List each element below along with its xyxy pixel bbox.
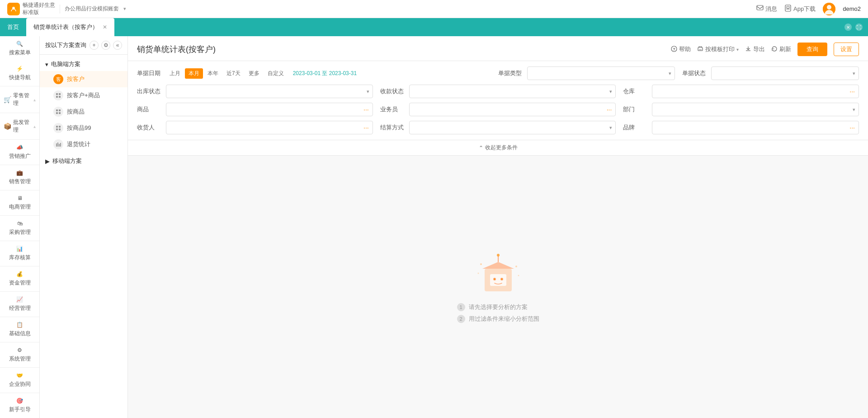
sidebar-item-inventory[interactable]: 📊 库存核算 (0, 241, 39, 266)
message-icon (756, 5, 764, 13)
department-field: 部门 ▾ (623, 103, 859, 116)
scheme-item-by-customer[interactable]: 客 按客户 (40, 71, 127, 87)
avatar[interactable] (823, 3, 835, 15)
sidebar: 🔍 搜索菜单 ⚡ 快捷导航 🛒 零售管理 ▴ 📦 批发管理 ▴ 📣 营销推广 💼… (0, 36, 40, 418)
doc-status-label: 单据状态 (682, 69, 708, 77)
svg-point-5 (788, 9, 788, 10)
date-tab-prev-month[interactable]: 上月 (166, 68, 184, 79)
date-tab-more[interactable]: 更多 (245, 68, 263, 79)
product-dots-icon[interactable]: ··· (363, 106, 369, 113)
breadcrumb-dropdown-icon[interactable]: ▾ (123, 6, 126, 12)
tip-number-1: 1 (457, 303, 465, 311)
sidebar-item-wholesale[interactable]: 📦 批发管理 ▴ (0, 113, 39, 140)
warehouse-dots-icon[interactable]: ··· (849, 88, 855, 95)
product-field: 商品 ··· (137, 103, 373, 116)
svg-rect-15 (56, 112, 58, 114)
sidebar-item-search-menu[interactable]: 🔍 搜索菜单 (0, 36, 39, 61)
date-tab-7-days[interactable]: 近7天 (223, 68, 244, 79)
help-icon: ? (671, 46, 677, 53)
settlement-select[interactable] (409, 121, 616, 134)
collect-status-select[interactable] (409, 85, 616, 98)
scheme-icon-by-customer: 客 (53, 74, 63, 84)
marketing-icon: 📣 (16, 144, 23, 151)
tab-close-icon[interactable]: ✕ (103, 24, 107, 30)
window-maximize-button[interactable]: ⛶ (855, 24, 863, 31)
salesperson-input[interactable] (413, 103, 607, 116)
date-tab-custom[interactable]: 自定义 (264, 68, 288, 79)
brand-dots-icon[interactable]: ··· (849, 124, 855, 131)
header-divider (60, 5, 60, 14)
brand-input[interactable] (656, 121, 849, 134)
recipient-dots-icon[interactable]: ··· (363, 124, 369, 131)
sidebar-item-sales[interactable]: 💼 销售管理 (0, 165, 39, 190)
date-tab-current-year[interactable]: 本年 (204, 68, 222, 79)
doc-status-select[interactable] (711, 66, 859, 80)
doc-status-field: 单据状态 ▾ (682, 66, 859, 80)
svg-rect-23 (59, 144, 60, 147)
tab-home[interactable]: 首页 (0, 18, 26, 36)
tip-text-1: 请先选择要分析的方案 (469, 303, 528, 311)
sidebar-item-basic-info[interactable]: 📋 基础信息 (0, 317, 39, 342)
scheme-item-by-product-99[interactable]: 按商品99 (40, 120, 127, 136)
warehouse-input-wrap: ··· (652, 85, 859, 98)
settings-button[interactable]: 设置 (834, 43, 859, 56)
warehouse-input[interactable] (656, 85, 849, 98)
tab-sales-stats[interactable]: 销货单统计表（按客户） ✕ (26, 18, 114, 36)
wholesale-icon: 📦 (4, 123, 11, 130)
sidebar-item-new-guide[interactable]: 🎯 新手引导 (0, 393, 39, 418)
refresh-button[interactable]: 刷新 (771, 45, 791, 53)
doc-type-select[interactable] (527, 66, 675, 80)
sidebar-item-marketing[interactable]: 📣 营销推广 (0, 140, 39, 165)
query-button[interactable]: 查询 (797, 43, 827, 56)
sidebar-item-quick-nav[interactable]: ⚡ 快捷导航 (0, 61, 39, 86)
svg-rect-14 (59, 109, 61, 111)
left-panel: 按以下方案查询 + ⚙ « ▾ 电脑端方案 客 按客户 (40, 36, 128, 418)
desktop-group-title[interactable]: ▾ 电脑端方案 (40, 57, 127, 71)
help-button[interactable]: ? 帮助 (671, 45, 691, 53)
basic-info-icon: 📋 (16, 322, 23, 328)
svg-point-6 (789, 9, 790, 10)
search-menu-label: 搜索菜单 (9, 49, 31, 57)
empty-tip-2: 2 用过滤条件来缩小分析范围 (457, 315, 539, 323)
sidebar-item-ecommerce[interactable]: 🖥 电商管理 (0, 190, 39, 216)
svg-rect-18 (59, 126, 61, 128)
scheme-item-customer-product[interactable]: 按客户+商品 (40, 87, 127, 104)
collapse-bar[interactable]: ⌃ 收起更多条件 (128, 140, 868, 156)
sidebar-item-enterprise-coop[interactable]: 🤝 企业协同 (0, 368, 39, 393)
department-select[interactable] (652, 103, 859, 116)
add-scheme-button[interactable]: + (90, 41, 99, 50)
new-guide-icon: 🎯 (16, 398, 23, 404)
message-action[interactable]: 消息 (756, 5, 777, 13)
sidebar-item-finance[interactable]: 💰 资金管理 (0, 266, 39, 292)
recipient-input-wrap: ··· (166, 121, 373, 134)
sidebar-item-purchase[interactable]: 🛍 采购管理 (0, 216, 39, 241)
logo-icon (7, 3, 20, 15)
sidebar-item-system[interactable]: ⚙ 系统管理 (0, 342, 39, 368)
doc-status-select-wrap: ▾ (711, 66, 859, 80)
scheme-icon-return-stats (53, 139, 63, 149)
desktop-scheme-group: ▾ 电脑端方案 客 按客户 (40, 57, 127, 152)
empty-tip-1: 1 请先选择要分析的方案 (457, 303, 539, 311)
collapse-panel-button[interactable]: « (113, 41, 122, 50)
sidebar-item-operations[interactable]: 📈 经营管理 (0, 292, 39, 317)
salesperson-dots-icon[interactable]: ··· (607, 106, 612, 113)
settings-scheme-button[interactable]: ⚙ (101, 41, 110, 50)
svg-point-4 (787, 9, 788, 10)
print-button[interactable]: 按模板打印 ▾ (697, 45, 739, 53)
app-download-action[interactable]: App下载 (784, 5, 816, 13)
svg-rect-3 (787, 6, 789, 8)
scheme-label-by-customer: 按客户 (67, 75, 85, 83)
scheme-item-return-stats[interactable]: 退货统计 (40, 136, 127, 152)
date-tab-current-month[interactable]: 本月 (185, 68, 203, 79)
out-status-select[interactable] (166, 85, 373, 98)
scheme-item-by-product[interactable]: 按商品 (40, 104, 127, 120)
recipient-input[interactable] (170, 121, 363, 134)
window-close-button[interactable]: ✕ (844, 24, 852, 31)
logo-area: 畅捷通好生意 标准版 (7, 2, 55, 16)
mobile-group-title[interactable]: ▶ 移动端方案 (40, 154, 127, 168)
sidebar-item-retail[interactable]: 🛒 零售管理 ▴ (0, 86, 39, 113)
purchase-icon: 🛍 (17, 220, 23, 227)
sales-stats-tab-label: 销货单统计表（按客户） (33, 23, 98, 31)
export-button[interactable]: 导出 (745, 45, 765, 53)
product-input[interactable] (170, 103, 363, 116)
